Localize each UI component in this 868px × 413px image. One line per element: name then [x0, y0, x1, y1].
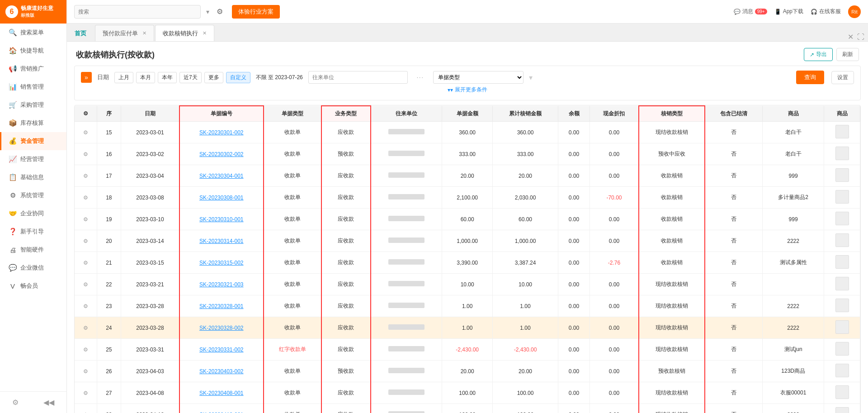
- bill-no-link[interactable]: SK-20230418-001: [199, 412, 243, 413]
- custom-date-btn[interactable]: 自定义: [226, 72, 250, 83]
- export-button[interactable]: ↗ 导出: [804, 48, 833, 61]
- messages-item[interactable]: 💬 消息 99+: [734, 8, 767, 15]
- bill-no-cell[interactable]: SK-20230301-002: [179, 122, 264, 143]
- bill-no-link[interactable]: SK-20230403-002: [199, 368, 243, 375]
- query-button[interactable]: 查询: [796, 71, 824, 84]
- bill-no-link[interactable]: SK-20230301-002: [199, 129, 243, 136]
- this-year-btn[interactable]: 本年: [158, 72, 177, 83]
- gear-cell[interactable]: ⚙: [75, 230, 97, 252]
- gear-cell[interactable]: ⚙: [75, 382, 97, 404]
- dropdown-icon[interactable]: ▾: [206, 8, 209, 15]
- sidebar-item-search[interactable]: 🔍搜索菜单: [0, 24, 66, 42]
- gear-cell[interactable]: ⚙: [75, 209, 97, 230]
- more-date-btn[interactable]: 更多: [204, 72, 223, 83]
- row-gear-icon[interactable]: ⚙: [83, 238, 88, 244]
- row-gear-icon[interactable]: ⚙: [83, 173, 88, 179]
- counterpart-input[interactable]: [308, 71, 408, 84]
- bill-no-cell[interactable]: SK-20230302-002: [179, 143, 264, 165]
- receipt-type-select[interactable]: 单据类型: [433, 71, 524, 84]
- tab-prepay[interactable]: 预付款应付单✕: [95, 25, 154, 41]
- search-input[interactable]: [74, 5, 201, 19]
- bill-no-link[interactable]: SK-20230304-001: [199, 173, 243, 179]
- service-item[interactable]: 🎧 在线客服: [811, 8, 841, 15]
- bill-no-cell[interactable]: SK-20230403-002: [179, 361, 264, 382]
- row-gear-icon[interactable]: ⚙: [83, 412, 88, 413]
- sidebar-item-operations[interactable]: 📈经营管理: [0, 150, 66, 168]
- bill-no-cell[interactable]: SK-20230310-001: [179, 209, 264, 230]
- bill-no-link[interactable]: SK-20230315-002: [199, 260, 243, 266]
- bill-no-link[interactable]: SK-20230328-002: [199, 325, 243, 331]
- row-gear-icon[interactable]: ⚙: [83, 325, 88, 331]
- row-gear-icon[interactable]: ⚙: [83, 390, 88, 396]
- setting-button[interactable]: 设置: [831, 71, 854, 84]
- last-7days-btn[interactable]: 近7天: [179, 72, 202, 83]
- row-gear-icon[interactable]: ⚙: [83, 129, 88, 136]
- sidebar-item-system[interactable]: ⚙系统管理: [0, 186, 66, 204]
- refresh-button[interactable]: 刷新: [836, 48, 859, 61]
- tab-collection[interactable]: 收款核销执行✕: [155, 25, 214, 41]
- tab-close-icon[interactable]: ✕: [142, 30, 146, 36]
- bill-no-cell[interactable]: SK-20230331-002: [179, 339, 264, 361]
- bill-no-link[interactable]: SK-20230310-001: [199, 216, 243, 223]
- sidebar-item-enterprise[interactable]: 🤝企业协同: [0, 204, 66, 223]
- row-gear-icon[interactable]: ⚙: [83, 151, 88, 157]
- bill-no-cell[interactable]: SK-20230314-001: [179, 230, 264, 252]
- sidebar-item-guide[interactable]: ❓新手引导: [0, 223, 66, 241]
- bill-no-cell[interactable]: SK-20230328-001: [179, 295, 264, 317]
- row-gear-icon[interactable]: ⚙: [83, 303, 88, 309]
- bill-no-cell[interactable]: SK-20230328-002: [179, 317, 264, 339]
- solution-button[interactable]: 体验行业方案: [232, 5, 280, 19]
- this-month-btn[interactable]: 本月: [136, 72, 155, 83]
- sidebar-item-finance[interactable]: 💰资金管理: [0, 132, 66, 150]
- settings-icon[interactable]: ⚙: [217, 7, 223, 16]
- sidebar-item-sales[interactable]: 📊销售管理: [0, 78, 66, 96]
- sidebar-item-basic[interactable]: 📋基础信息: [0, 168, 66, 186]
- gear-cell[interactable]: ⚙: [75, 339, 97, 361]
- bill-no-link[interactable]: SK-20230321-003: [199, 281, 243, 288]
- sidebar-item-purchase[interactable]: 🛒采购管理: [0, 96, 66, 114]
- gear-cell[interactable]: ⚙: [75, 122, 97, 143]
- bill-no-cell[interactable]: SK-20230308-001: [179, 187, 264, 209]
- bill-no-cell[interactable]: SK-20230408-001: [179, 382, 264, 404]
- row-gear-icon[interactable]: ⚙: [83, 216, 88, 223]
- bill-no-link[interactable]: SK-20230328-001: [199, 303, 243, 309]
- filter-toggle-button[interactable]: »: [81, 72, 92, 83]
- gear-cell[interactable]: ⚙: [75, 295, 97, 317]
- sidebar-item-marketing[interactable]: 📢营销推广: [0, 60, 66, 78]
- gear-cell[interactable]: ⚙: [75, 274, 97, 295]
- sidebar-item-inventory[interactable]: 📦库存核算: [0, 114, 66, 132]
- avatar[interactable]: Rit: [848, 5, 861, 18]
- gear-cell[interactable]: ⚙: [75, 361, 97, 382]
- settings-gear-icon[interactable]: ⚙: [9, 395, 21, 409]
- gear-cell[interactable]: ⚙: [75, 404, 97, 413]
- sidebar-item-wechat[interactable]: 💬企业微信: [0, 259, 66, 277]
- expand-bar[interactable]: ▾▾ 展开更多条件: [81, 86, 854, 94]
- gear-cell[interactable]: ⚙: [75, 143, 97, 165]
- last-month-btn[interactable]: 上月: [114, 72, 133, 83]
- gear-cell[interactable]: ⚙: [75, 165, 97, 187]
- gear-cell[interactable]: ⚙: [75, 187, 97, 209]
- bill-no-link[interactable]: SK-20230308-001: [199, 195, 243, 201]
- collapse-icon[interactable]: ◀◀: [41, 395, 57, 409]
- tab-home[interactable]: 首页: [67, 25, 94, 41]
- row-gear-icon[interactable]: ⚙: [83, 195, 88, 201]
- bill-no-link[interactable]: SK-20230302-002: [199, 151, 243, 157]
- gear-cell[interactable]: ⚙: [75, 317, 97, 339]
- bill-no-cell[interactable]: SK-20230321-003: [179, 274, 264, 295]
- tab-close-icon[interactable]: ✕: [203, 30, 207, 36]
- row-gear-icon[interactable]: ⚙: [83, 281, 88, 288]
- app-download-item[interactable]: 📱 App下载: [774, 8, 803, 15]
- row-gear-icon[interactable]: ⚙: [83, 260, 88, 266]
- expand-tab-icon[interactable]: ⛶: [857, 33, 864, 41]
- close-tab-icon[interactable]: ✕: [848, 33, 854, 41]
- bill-no-link[interactable]: SK-20230408-001: [199, 390, 243, 396]
- sidebar-item-member[interactable]: V畅会员: [0, 277, 66, 295]
- sidebar-item-quicknav[interactable]: 🏠快捷导航: [0, 42, 66, 60]
- gear-cell[interactable]: ⚙: [75, 252, 97, 274]
- bill-no-cell[interactable]: SK-20230418-001: [179, 404, 264, 413]
- bill-no-cell[interactable]: SK-20230315-002: [179, 252, 264, 274]
- bill-no-cell[interactable]: SK-20230304-001: [179, 165, 264, 187]
- bill-no-link[interactable]: SK-20230314-001: [199, 238, 243, 244]
- row-gear-icon[interactable]: ⚙: [83, 368, 88, 375]
- sidebar-item-hardware[interactable]: 🖨智能硬件: [0, 241, 66, 259]
